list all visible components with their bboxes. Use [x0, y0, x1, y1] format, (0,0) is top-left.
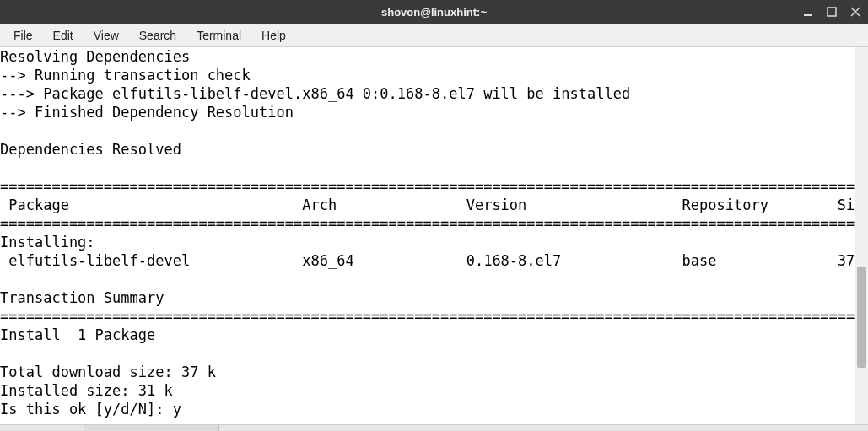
terminal-area[interactable]: Resolving Dependencies --> Running trans…	[0, 47, 868, 424]
minimize-button[interactable]	[802, 6, 814, 18]
menu-file[interactable]: File	[3, 25, 43, 46]
menu-edit[interactable]: Edit	[43, 25, 84, 46]
menu-search[interactable]: Search	[129, 25, 186, 46]
scrollbar-thumb[interactable]	[857, 267, 866, 368]
bottom-tab-strip	[0, 424, 868, 431]
close-button[interactable]	[849, 6, 861, 18]
menubar: File Edit View Search Terminal Help	[0, 24, 868, 47]
maximize-button[interactable]	[826, 6, 838, 18]
window-titlebar: shovon@linuxhint:~	[0, 0, 868, 24]
window-title: shovon@linuxhint:~	[381, 6, 487, 19]
svg-rect-1	[828, 8, 836, 16]
menu-view[interactable]: View	[84, 25, 129, 46]
menu-help[interactable]: Help	[251, 25, 296, 46]
menu-terminal[interactable]: Terminal	[186, 25, 251, 46]
vertical-scrollbar[interactable]	[855, 47, 868, 424]
window-controls	[802, 6, 861, 18]
tab-segment[interactable]	[84, 425, 219, 431]
terminal-output: Resolving Dependencies --> Running trans…	[0, 47, 855, 424]
